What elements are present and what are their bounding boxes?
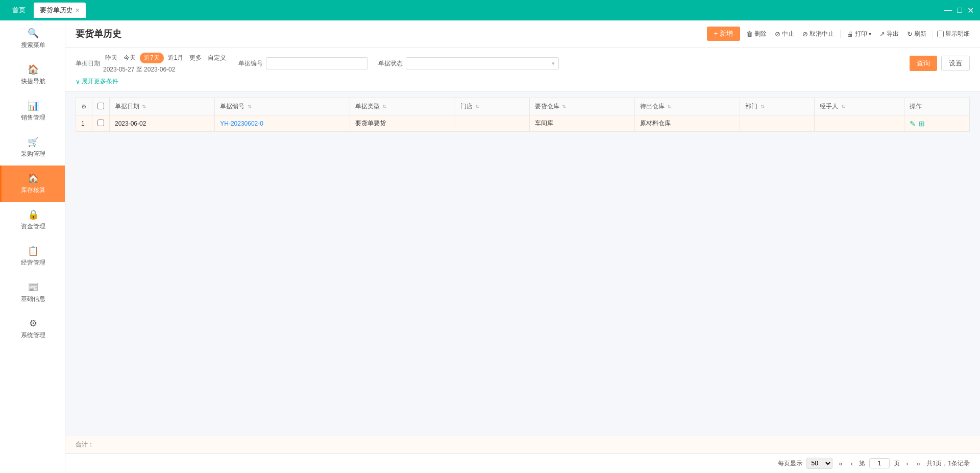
sidebar-item-finance-mgmt[interactable]: 🔒 资金管理 [0, 202, 65, 238]
settings-button[interactable]: 设置 [941, 56, 970, 71]
purchase-icon: 🛒 [28, 136, 39, 148]
row-no-link[interactable]: YH-20230602-0 [220, 120, 263, 127]
order-no-input[interactable] [266, 57, 368, 69]
date-btn-more[interactable]: 更多 [187, 53, 204, 63]
detail-icon[interactable]: ⊞ [919, 120, 925, 128]
page-size-select[interactable]: 10 20 50 100 [806, 458, 832, 469]
content-area: 要货单历史 + 新增 🗑 删除 ⊘ 中止 ⊘ 取消中止 🖨 打 [65, 20, 980, 473]
expand-down-icon: ∨ [76, 78, 80, 85]
data-table: ⚙ 单据日期 ⇅ 单据编号 ⇅ 单据类型 [76, 98, 970, 132]
date-btn-yesterday[interactable]: 昨天 [103, 53, 119, 63]
page-label: 第 [859, 459, 865, 468]
system-icon: ⚙ [29, 318, 37, 329]
date-btn-today[interactable]: 今天 [121, 53, 138, 63]
print-icon: 🖨 [847, 30, 853, 38]
sidebar-item-basic-info[interactable]: 📰 基础信息 [0, 274, 65, 311]
last-page-btn[interactable]: » [914, 459, 922, 468]
tab-close-icon[interactable]: ✕ [75, 7, 80, 14]
print-label: 打印 [855, 30, 867, 38]
query-button[interactable]: 查询 [910, 56, 937, 71]
date-btn-1month[interactable]: 近1月 [166, 53, 186, 63]
current-page-input[interactable] [869, 458, 890, 468]
stop-button[interactable]: ⊘ 中止 [773, 29, 796, 39]
first-page-btn[interactable]: « [837, 459, 844, 468]
th-req-warehouse: 要货仓库 ⇅ [529, 98, 634, 115]
expand-label: 展开更多条件 [82, 77, 118, 86]
th-action: 操作 [904, 98, 970, 115]
row-date: 2023-06-02 [110, 115, 215, 132]
main-layout: 🔍 搜索菜单 🏠 快捷导航 📊 销售管理 🛒 采购管理 🏠 库存核算 🔒 资金管… [0, 20, 980, 473]
sort-pendwh-icon[interactable]: ⇅ [667, 104, 671, 109]
expand-more-btn[interactable]: ∨ 展开更多条件 [76, 77, 970, 86]
sidebar-item-inventory-calc[interactable]: 🏠 库存核算 [0, 165, 65, 202]
export-button[interactable]: ↗ 导出 [877, 29, 901, 39]
filter-bar: 单据日期 昨天 今天 近7天 近1月 更多 自定义 2023-05-27 至 2… [65, 48, 980, 91]
total-info: 共1页，1条记录 [926, 459, 970, 468]
display-detail-checkbox[interactable]: 显示明细 [937, 30, 970, 38]
stop-label: 中止 [782, 30, 794, 38]
table-area: ⚙ 单据日期 ⇅ 单据编号 ⇅ 单据类型 [65, 91, 980, 436]
th-dept-label: 部门 [745, 103, 757, 110]
sales-icon: 📊 [28, 100, 39, 111]
th-reqwh-label: 要货仓库 [535, 103, 559, 110]
date-btn-7days[interactable]: 近7天 [140, 53, 164, 63]
tab-home-label: 首页 [12, 6, 26, 15]
sidebar-item-purchase-label: 采购管理 [21, 150, 45, 158]
status-input[interactable] [406, 57, 559, 69]
sort-dept-icon[interactable]: ⇅ [761, 104, 765, 109]
print-arrow-icon: ▾ [869, 31, 871, 37]
sort-handler-icon[interactable]: ⇅ [841, 104, 845, 109]
filter-row-1: 单据日期 昨天 今天 近7天 近1月 更多 自定义 2023-05-27 至 2… [76, 53, 970, 74]
row-check [92, 115, 110, 132]
th-handler-label: 经手人 [820, 103, 838, 110]
th-check [92, 98, 110, 115]
edit-icon[interactable]: ✎ [910, 120, 916, 128]
tab-requisition-history[interactable]: 要货单历史 ✕ [34, 3, 86, 18]
sidebar-item-system-label: 系统管理 [21, 331, 45, 340]
sort-store-icon[interactable]: ⇅ [475, 104, 479, 109]
date-filter-label: 单据日期 [76, 59, 100, 68]
select-all-checkbox[interactable] [97, 103, 104, 109]
sort-reqwh-icon[interactable]: ⇅ [562, 104, 566, 109]
window-controls: — □ ✕ [944, 6, 974, 15]
sidebar-item-sales-mgmt[interactable]: 📊 销售管理 [0, 93, 65, 129]
row-store [455, 115, 529, 132]
sidebar: 🔍 搜索菜单 🏠 快捷导航 📊 销售管理 🛒 采购管理 🏠 库存核算 🔒 资金管… [0, 20, 65, 473]
page-suffix: 页 [894, 459, 900, 468]
filter-group-orderno: 单据编号 [238, 57, 368, 69]
sort-date-icon[interactable]: ⇅ [142, 104, 146, 109]
sidebar-item-system-mgmt[interactable]: ⚙ 系统管理 [0, 311, 65, 347]
th-date: 单据日期 ⇅ [110, 98, 215, 115]
window-minimize[interactable]: — [944, 6, 952, 15]
delete-button[interactable]: 🗑 删除 [744, 29, 769, 39]
sidebar-item-quick-nav[interactable]: 🏠 快捷导航 [0, 57, 65, 93]
prev-page-btn[interactable]: ‹ [849, 459, 855, 468]
tab-home[interactable]: 首页 [6, 3, 32, 18]
window-close[interactable]: ✕ [967, 6, 974, 15]
filter-group-date: 单据日期 昨天 今天 近7天 近1月 更多 自定义 2023-05-27 至 2… [76, 53, 228, 74]
next-page-btn[interactable]: › [904, 459, 910, 468]
print-button[interactable]: 🖨 打印 ▾ [845, 29, 873, 39]
sort-no-icon[interactable]: ⇅ [248, 104, 252, 109]
divider-1 [840, 30, 841, 38]
refresh-button[interactable]: ↻ 刷新 [905, 29, 928, 39]
sort-type-icon[interactable]: ⇅ [382, 104, 386, 109]
new-button[interactable]: + 新增 [707, 27, 740, 41]
sidebar-item-purchase-mgmt[interactable]: 🛒 采购管理 [0, 129, 65, 165]
display-detail-check[interactable] [937, 31, 944, 37]
row-checkbox[interactable] [97, 120, 104, 126]
sidebar-item-search-menu[interactable]: 🔍 搜索菜单 [0, 20, 65, 57]
page-title: 要货单历史 [76, 28, 121, 46]
row-type: 要货单要货 [350, 115, 455, 132]
export-icon: ↗ [879, 30, 885, 38]
window-maximize[interactable]: □ [957, 6, 962, 15]
row-pending-warehouse: 原材料仓库 [635, 115, 740, 132]
date-btn-custom[interactable]: 自定义 [206, 53, 228, 63]
sidebar-item-ops-mgmt[interactable]: 📋 经营管理 [0, 238, 65, 274]
th-store: 门店 ⇅ [455, 98, 529, 115]
cancel-stop-button[interactable]: ⊘ 取消中止 [800, 29, 836, 39]
sidebar-item-basic-label: 基础信息 [21, 295, 45, 303]
filter-group-status: 单据状态 ▾ [378, 57, 559, 69]
th-setting[interactable]: ⚙ [76, 98, 92, 115]
stop-icon: ⊘ [775, 30, 780, 38]
